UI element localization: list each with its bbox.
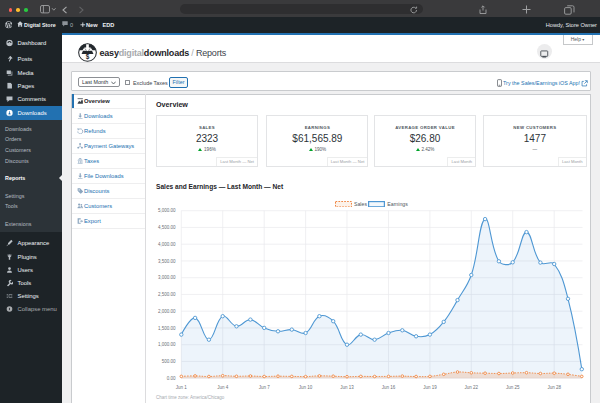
- svg-text:Jun 28: Jun 28: [547, 385, 561, 390]
- svg-text:2,500.00: 2,500.00: [158, 292, 176, 297]
- svg-text:4,000.00: 4,000.00: [158, 242, 176, 247]
- svg-text:Jun 13: Jun 13: [340, 385, 354, 390]
- svg-text:Jun 7: Jun 7: [259, 385, 271, 390]
- svg-text:Jun 16: Jun 16: [382, 385, 396, 390]
- svg-text:Jun 19: Jun 19: [423, 385, 437, 390]
- svg-text:Jun 10: Jun 10: [299, 385, 313, 390]
- svg-text:0.00: 0.00: [167, 376, 176, 381]
- svg-text:4,500.00: 4,500.00: [158, 225, 176, 230]
- svg-text:Jun 22: Jun 22: [465, 385, 479, 390]
- svg-text:1,500.00: 1,500.00: [158, 326, 176, 331]
- svg-text:$: $: [86, 52, 90, 60]
- svg-text:3,000.00: 3,000.00: [158, 275, 176, 280]
- svg-text:3,500.00: 3,500.00: [158, 259, 176, 264]
- svg-text:Jun 25: Jun 25: [506, 385, 520, 390]
- svg-text:Jun 1: Jun 1: [176, 385, 188, 390]
- svg-text:2,000.00: 2,000.00: [158, 309, 176, 314]
- svg-text:1,000.00: 1,000.00: [158, 342, 176, 347]
- svg-text:Jun 4: Jun 4: [217, 385, 229, 390]
- svg-text:500.00: 500.00: [162, 359, 176, 364]
- svg-text:5,000.00: 5,000.00: [158, 208, 176, 213]
